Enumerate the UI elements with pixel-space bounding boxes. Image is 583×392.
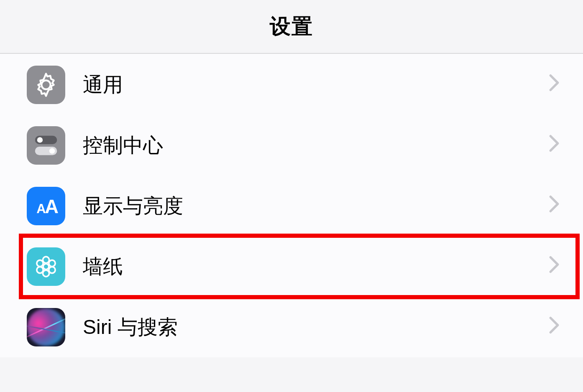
svg-text:A: A [45,196,59,217]
chevron-right-icon [549,134,566,157]
row-label: 通用 [83,71,549,98]
svg-point-6 [43,264,49,270]
toggles-icon [27,126,65,165]
settings-row-display[interactable]: A A 显示与亮度 [0,176,583,236]
svg-point-7 [43,257,49,263]
svg-point-12 [49,267,55,273]
row-label: 控制中心 [83,132,549,159]
gear-icon [27,66,65,104]
chevron-right-icon [549,195,566,217]
settings-header: 设置 [0,0,583,53]
flower-icon [27,247,65,286]
siri-icon [27,308,65,346]
svg-point-8 [43,270,49,276]
settings-row-siri[interactable]: Siri 与搜索 [0,297,583,357]
chevron-right-icon [549,316,566,339]
page-title: 设置 [270,13,313,41]
svg-point-9 [37,260,43,266]
settings-list: 通用 控制中心 [0,54,583,357]
settings-row-general[interactable]: 通用 [0,54,583,115]
svg-point-3 [49,148,55,153]
settings-row-wallpaper[interactable]: 墙纸 [0,236,583,297]
settings-row-control-center[interactable]: 控制中心 [0,115,583,176]
chevron-right-icon [549,74,566,96]
text-size-icon: A A [27,187,65,225]
chevron-right-icon [549,255,566,278]
row-label: 墙纸 [83,253,549,280]
row-label: 显示与亮度 [83,193,549,219]
svg-point-1 [37,137,43,143]
row-label: Siri 与搜索 [83,314,549,341]
svg-point-10 [49,260,55,266]
svg-point-11 [37,267,43,273]
